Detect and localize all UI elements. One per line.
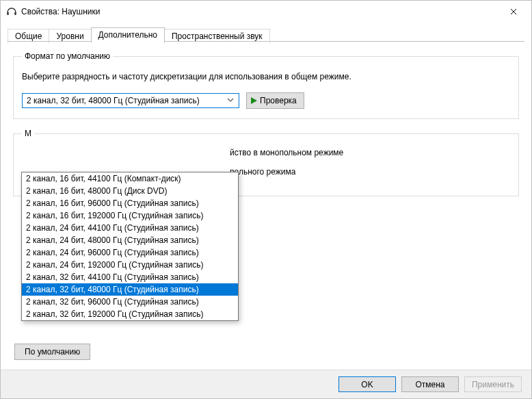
tab-strip: Общие Уровни Дополнительно Пространствен…	[1, 25, 531, 42]
headphones-icon	[6, 6, 17, 17]
svg-rect-1	[14, 12, 16, 16]
sample-format-option[interactable]: 2 канал, 32 бит, 96000 Гц (Студийная зап…	[22, 296, 238, 308]
tab-advanced[interactable]: Дополнительно	[91, 27, 165, 42]
tab-content: Формат по умолчанию Выберите разрядность…	[1, 42, 531, 370]
properties-window: Свойства: Наушники Общие Уровни Дополнит…	[0, 0, 532, 399]
sample-format-option[interactable]: 2 канал, 32 бит, 48000 Гц (Студийная зап…	[22, 283, 238, 296]
close-button[interactable]	[498, 2, 529, 21]
sample-format-option[interactable]: 2 канал, 32 бит, 44100 Гц (Студийная зап…	[22, 271, 238, 283]
sample-format-option[interactable]: 2 канал, 24 бит, 44100 Гц (Студийная зап…	[22, 222, 238, 234]
titlebar: Свойства: Наушники	[1, 1, 531, 23]
exclusive-mode-legend: М	[22, 129, 34, 138]
sample-format-option[interactable]: 2 канал, 16 бит, 48000 Гц (Диск DVD)	[22, 185, 238, 197]
restore-defaults-button[interactable]: По умолчанию	[14, 344, 90, 360]
sample-format-dropdown[interactable]: 2 канал, 16 бит, 44100 Гц (Компакт-диск)…	[21, 172, 239, 321]
default-format-group: Формат по умолчанию Выберите разрядность…	[13, 51, 519, 119]
play-icon	[251, 97, 257, 104]
svg-rect-0	[7, 12, 9, 16]
sample-format-option[interactable]: 2 канал, 24 бит, 48000 Гц (Студийная зап…	[22, 234, 238, 246]
dialog-footer: OK Отмена Применить	[1, 370, 531, 398]
sample-format-option[interactable]: 2 канал, 16 бит, 192000 Гц (Студийная за…	[22, 209, 238, 222]
sample-format-option[interactable]: 2 канал, 24 бит, 96000 Гц (Студийная зап…	[22, 246, 238, 259]
apply-button[interactable]: Применить	[464, 376, 522, 392]
sample-format-option[interactable]: 2 канал, 32 бит, 192000 Гц (Студийная за…	[22, 308, 238, 320]
sample-format-option[interactable]: 2 канал, 16 бит, 44100 Гц (Компакт-диск)	[22, 172, 238, 185]
chevron-down-icon	[225, 96, 236, 105]
window-title: Свойства: Наушники	[21, 7, 498, 16]
default-format-legend: Формат по умолчанию	[22, 51, 113, 61]
sample-format-combo[interactable]: 2 канал, 32 бит, 48000 Гц (Студийная зап…	[22, 93, 239, 108]
default-format-description: Выберите разрядность и частоту дискретиз…	[22, 70, 510, 83]
sample-format-option[interactable]: 2 канал, 24 бит, 192000 Гц (Студийная за…	[22, 259, 238, 271]
sample-format-value: 2 канал, 32 бит, 48000 Гц (Студийная зап…	[27, 96, 225, 105]
exclusive-line1: йство в монопольном режиме	[25, 148, 510, 157]
sample-format-option[interactable]: 2 канал, 16 бит, 96000 Гц (Студийная зап…	[22, 197, 238, 209]
test-button[interactable]: Проверка	[246, 92, 304, 109]
ok-button[interactable]: OK	[338, 376, 396, 392]
cancel-button[interactable]: Отмена	[401, 376, 459, 392]
